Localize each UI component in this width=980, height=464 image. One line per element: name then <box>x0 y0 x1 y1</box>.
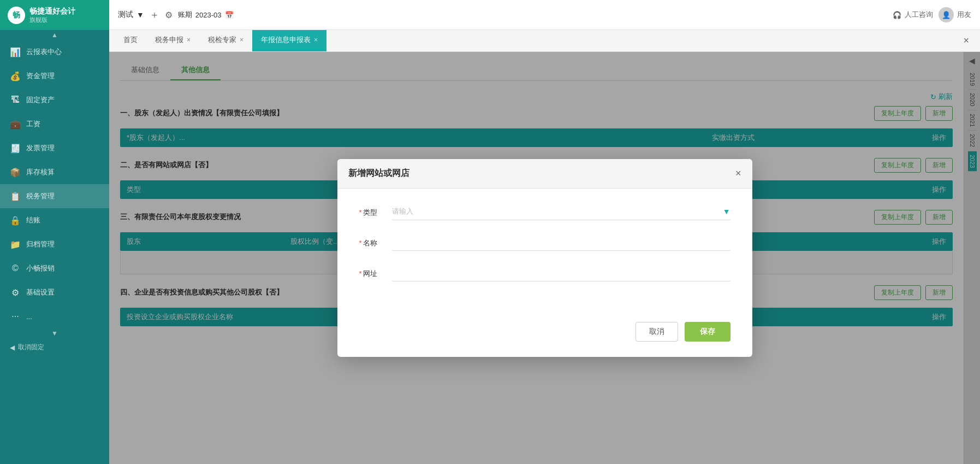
tab-label-shuiwu: 税务申报 <box>155 35 183 45</box>
user-icon: 👤 <box>942 11 951 19</box>
jichu-icon: ⚙ <box>10 287 21 298</box>
guidang-icon: 📁 <box>10 239 21 250</box>
gudingzichan-icon: 🏗 <box>10 95 21 105</box>
logo-icon: 畅 <box>8 7 25 24</box>
avatar: 👤 <box>939 7 954 22</box>
logo-sub: 旗舰版 <box>29 16 75 24</box>
tab-shuiwu[interactable]: 税务申报× <box>146 30 199 51</box>
sidebar-item-guidang[interactable]: 📁 归档管理 <box>0 232 109 256</box>
gongzi-icon: 💼 <box>10 119 21 130</box>
sidebar-logo: 畅 畅捷通好会计 旗舰版 <box>0 0 109 30</box>
company-selector[interactable]: 测试 ▼ <box>118 10 144 20</box>
sidebar-pin-toggle[interactable]: ◀ 取消固定 <box>0 338 109 356</box>
settings-icon[interactable]: ⚙ <box>165 10 173 20</box>
form-label-url: *网址 <box>359 269 392 279</box>
sidebar-item-gongzi[interactable]: 💼 工资 <box>0 112 109 136</box>
modal-close-button[interactable]: × <box>735 168 741 179</box>
modal-footer: 取消 保存 <box>337 313 752 357</box>
url-input[interactable] <box>392 266 730 279</box>
dropdown-icon: ▼ <box>136 10 144 19</box>
type-input[interactable] <box>392 205 723 218</box>
sidebar-scroll-down[interactable]: ▼ <box>0 328 109 338</box>
jiezhang-icon: 🔒 <box>10 215 21 226</box>
modal-body: *类型 ▼ *名称 <box>337 189 752 313</box>
calendar-icon[interactable]: 📅 <box>225 11 234 19</box>
modal-overlay: 新增网站或网店 × *类型 ▼ <box>109 52 980 464</box>
modal-title: 新增网站或网店 <box>348 168 409 179</box>
modal-add-website: 新增网站或网店 × *类型 ▼ <box>337 159 752 357</box>
content-area: 基础信息 其他信息 ↻ 刷新 一、股东（发起人）出资情况【有限责任公司填报】 <box>109 52 980 464</box>
service-button[interactable]: 🎧 人工咨询 <box>893 10 933 20</box>
type-dropdown-icon[interactable]: ▼ <box>723 207 730 216</box>
form-label-name: *名称 <box>359 238 392 248</box>
modal-header: 新增网站或网店 × <box>337 159 752 189</box>
form-field-url: *网址 <box>359 266 730 281</box>
tab-shujian[interactable]: 税检专家× <box>199 30 252 51</box>
modal-cancel-button[interactable]: 取消 <box>635 322 678 342</box>
sidebar-item-zijin[interactable]: 💰 资金管理 <box>0 64 109 88</box>
tab-close-shuiwu[interactable]: × <box>187 36 191 44</box>
tab-label-nianbaobiao: 年报信息申报表 <box>261 35 311 45</box>
tab-nianbaobiao[interactable]: 年报信息申报表× <box>252 30 326 51</box>
sidebar-item-more[interactable]: ··· ... <box>0 304 109 328</box>
tab-label-home: 首页 <box>123 35 138 45</box>
fapiao-icon: 🧾 <box>10 143 21 154</box>
tab-close-shujian[interactable]: × <box>240 36 243 44</box>
logo-text: 畅捷通好会计 <box>29 6 75 16</box>
form-control-type: ▼ <box>392 205 730 220</box>
sidebar-item-xiaochang[interactable]: © 小畅报销 <box>0 256 109 280</box>
sidebar-item-gudingzichan[interactable]: 🏗 固定资产 <box>0 88 109 112</box>
modal-save-button[interactable]: 保存 <box>685 322 730 342</box>
headset-icon: 🎧 <box>893 11 901 19</box>
sidebar-item-shuiwu[interactable]: 📋 税务管理 <box>0 184 109 208</box>
form-control-url <box>392 266 730 281</box>
yunbaobiao-icon: 📊 <box>10 46 21 57</box>
tab-home[interactable]: 首页 <box>115 30 146 51</box>
form-field-name: *名称 <box>359 236 730 251</box>
period-display: 账期 2023-03 📅 <box>178 10 234 20</box>
sidebar-scroll-up[interactable]: ▲ <box>0 30 109 40</box>
xiaochang-icon: © <box>10 263 21 274</box>
name-input[interactable] <box>392 236 730 248</box>
sidebar-item-jichu[interactable]: ⚙ 基础设置 <box>0 280 109 304</box>
form-control-name <box>392 236 730 251</box>
form-label-type: *类型 <box>359 208 392 218</box>
main-area: 测试 ▼ ＋ ⚙ 账期 2023-03 📅 🎧 人工咨询 👤 用友 <box>109 0 980 464</box>
sidebar-item-yunbaobiao[interactable]: 📊 云报表中心 <box>0 40 109 64</box>
sidebar-item-kucun[interactable]: 📦 库存核算 <box>0 160 109 184</box>
sidebar-nav: 📊 云报表中心 💰 资金管理 🏗 固定资产 💼 工资 🧾 发票管理 📦 库存核算… <box>0 40 109 328</box>
pin-left-icon: ◀ <box>10 344 15 351</box>
sidebar-item-fapiao[interactable]: 🧾 发票管理 <box>0 136 109 160</box>
tab-label-shujian: 税检专家 <box>208 35 236 45</box>
shuiwu-icon: 📋 <box>10 191 21 202</box>
user-menu[interactable]: 👤 用友 <box>939 7 971 22</box>
tab-close-nianbaobiao[interactable]: × <box>314 36 318 44</box>
add-company-button[interactable]: ＋ <box>150 8 159 21</box>
tabbar: 首页税务申报×税检专家×年报信息申报表× × <box>109 30 980 52</box>
more-icon: ··· <box>10 311 21 322</box>
zijin-icon: 💰 <box>10 71 21 81</box>
kucun-icon: 📦 <box>10 167 21 178</box>
sidebar-item-jiezhang[interactable]: 🔒 结账 <box>0 208 109 232</box>
sidebar: 畅 畅捷通好会计 旗舰版 ▲ 📊 云报表中心 💰 资金管理 🏗 固定资产 💼 工… <box>0 0 109 464</box>
close-all-tabs-button[interactable]: × <box>958 30 975 51</box>
form-field-type: *类型 ▼ <box>359 205 730 220</box>
topbar: 测试 ▼ ＋ ⚙ 账期 2023-03 📅 🎧 人工咨询 👤 用友 <box>109 0 980 30</box>
company-name: 测试 <box>118 10 133 20</box>
